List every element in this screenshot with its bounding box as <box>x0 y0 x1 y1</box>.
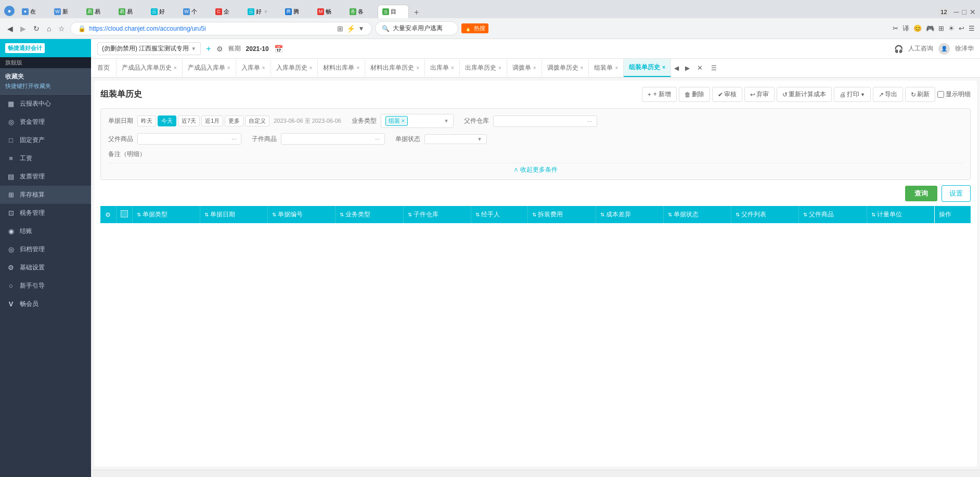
tab-2[interactable]: W 新 <box>50 5 81 18</box>
company-selector[interactable]: (勿删勿禁用) 江西服宝测试专用 ▼ <box>97 42 201 55</box>
th-checkbox[interactable] <box>116 206 132 223</box>
print-button[interactable]: 🖨 打印 ▼ <box>834 87 871 102</box>
page-tab-diaobo-history[interactable]: 调拨单历史 × <box>542 59 589 76</box>
tab-close-12[interactable]: × <box>662 65 665 70</box>
tab-7[interactable]: C 企 <box>211 5 242 18</box>
export-button[interactable]: ↗ 导出 <box>873 87 903 102</box>
sidebar-item-fapiao[interactable]: ▤ 发票管理 <box>0 167 91 186</box>
th-parent-list[interactable]: ⇅父件列表 <box>731 206 799 223</box>
child-goods-more[interactable]: ··· <box>375 135 380 143</box>
tab-8[interactable]: 云 好 × <box>243 5 280 18</box>
scissors-tool[interactable]: ✂ <box>893 24 898 32</box>
more-btn[interactable]: 更多 <box>225 115 243 126</box>
filter-settings-button[interactable]: 设置 <box>942 185 971 202</box>
th-handler[interactable]: ⇅经手人 <box>471 206 528 223</box>
page-tab-chuku[interactable]: 出库单 × <box>425 59 460 76</box>
week-btn[interactable]: 近7天 <box>178 115 200 126</box>
new-tab-button[interactable]: + <box>410 8 423 17</box>
tab-close-11[interactable]: × <box>615 65 618 71</box>
header-checkbox[interactable] <box>121 210 128 217</box>
sun-tool[interactable]: ☀ <box>948 24 955 32</box>
sidebar-item-kucun[interactable]: ⊞ 库存核算 <box>0 186 91 204</box>
th-voucher-date[interactable]: ⇅单据日期 <box>200 206 267 223</box>
sidebar-item-gongzi[interactable]: ≡ 工资 <box>0 149 91 167</box>
child-goods-input[interactable]: ··· <box>281 133 385 145</box>
page-tab-ruku-history[interactable]: 入库单历史 × <box>271 59 318 76</box>
audit-button[interactable]: ✔ 审核 <box>712 87 742 102</box>
tab-4[interactable]: 易 易 <box>114 5 146 18</box>
filter-collapse[interactable]: ∧ 收起更多条件 <box>108 163 963 176</box>
tab-close-5[interactable]: × <box>356 65 359 71</box>
settings-button[interactable]: ⚙ <box>216 45 223 53</box>
parent-warehouse-input[interactable]: ··· <box>493 115 597 127</box>
th-parent-goods[interactable]: ⇅父件商品 <box>799 206 867 223</box>
translate-tool[interactable]: 译 <box>902 24 909 33</box>
add-button[interactable]: + + 新增 <box>642 87 677 102</box>
yesterday-btn[interactable]: 昨天 <box>137 115 156 126</box>
tab-scroll-left[interactable]: ◀ <box>671 61 682 75</box>
tab-11[interactable]: 各 各 <box>345 5 377 18</box>
minimize-icon[interactable]: ─ <box>954 8 959 16</box>
th-unit[interactable]: ⇅计量单位 <box>867 206 934 223</box>
tab-9[interactable]: 腾 腾 <box>281 5 312 18</box>
today-btn[interactable]: 今天 <box>158 115 176 126</box>
page-tab-cailiao-chuku[interactable]: 材料出库单 × <box>318 59 365 76</box>
parent-goods-more[interactable]: ··· <box>231 135 237 143</box>
tab-5[interactable]: 云 好 <box>147 5 178 18</box>
page-tab-ruku[interactable]: 入库单 × <box>236 59 271 76</box>
grid-tool[interactable]: ⊞ <box>938 24 944 32</box>
calendar-icon[interactable]: 📅 <box>274 45 283 53</box>
tab-close-3[interactable]: × <box>262 65 265 71</box>
sidebar-item-shuiwu[interactable]: ⊡ 税务管理 <box>0 204 91 222</box>
business-type-dropdown[interactable]: ▼ <box>444 118 449 124</box>
dropdown-icon[interactable]: ▼ <box>358 25 365 32</box>
forward-button[interactable]: ▶ <box>18 22 28 35</box>
business-type-tag-close[interactable]: × <box>402 118 405 124</box>
tab-12[interactable]: S 目 <box>378 5 409 18</box>
th-voucher-status[interactable]: ⇅单据状态 <box>663 206 731 223</box>
tab-8-close[interactable]: × <box>264 9 267 15</box>
tab-6[interactable]: W 个 <box>179 5 210 18</box>
maximize-icon[interactable]: □ <box>962 8 966 16</box>
page-tab-diaobo[interactable]: 调拨单 × <box>507 59 542 76</box>
bookmark-sub[interactable]: 快捷键打开收藏夹 <box>5 82 86 90</box>
reload-button[interactable]: ↻ <box>31 22 42 35</box>
th-settings[interactable]: ⚙ <box>100 206 116 223</box>
th-voucher-no[interactable]: ⇅单据编号 <box>268 206 336 223</box>
show-detail-checkbox[interactable] <box>937 91 944 98</box>
sidebar-item-xinshou[interactable]: ○ 新手引导 <box>0 277 91 295</box>
home-button[interactable]: ⌂ <box>45 22 53 35</box>
page-tab-zuzhuang[interactable]: 组装单 × <box>589 59 624 76</box>
tab-close-6[interactable]: × <box>416 65 419 71</box>
sidebar-item-gudingzichan[interactable]: □ 固定资产 <box>0 131 91 149</box>
status-dropdown[interactable]: ▼ <box>424 134 487 144</box>
tab-close-4[interactable]: × <box>310 65 313 71</box>
sidebar-item-zijin[interactable]: ◎ 资金管理 <box>0 113 91 131</box>
parent-goods-input[interactable]: ··· <box>137 133 241 145</box>
bookmark-button[interactable]: ☆ <box>56 22 67 35</box>
page-tab-chuku-history[interactable]: 出库单历史 × <box>460 59 507 76</box>
show-detail-checkbox-label[interactable]: 显示明细 <box>937 90 971 99</box>
tab-close-8[interactable]: × <box>498 65 501 71</box>
emoji-tool[interactable]: 😊 <box>913 24 922 32</box>
tab-close-7[interactable]: × <box>451 65 454 71</box>
th-disassembly-fee[interactable]: ⇅拆装费用 <box>528 206 596 223</box>
tab-close-9[interactable]: × <box>533 65 536 71</box>
back-button[interactable]: ◀ <box>5 22 15 35</box>
page-tab-chanchenpin[interactable]: 产成品入库单 × <box>183 59 236 76</box>
tab-scroll-right[interactable]: ▶ <box>682 61 693 75</box>
th-cost-diff[interactable]: ⇅成本差异 <box>596 206 663 223</box>
month-btn[interactable]: 近1月 <box>201 115 223 126</box>
menu-tool[interactable]: ☰ <box>969 24 975 32</box>
sidebar-item-yunbaobiao[interactable]: ▦ 云报表中心 <box>0 95 91 113</box>
tab-close-2[interactable]: × <box>227 65 230 71</box>
query-button[interactable]: 查询 <box>905 186 937 201</box>
undo-tool[interactable]: ↩ <box>959 24 964 32</box>
custom-btn[interactable]: 自定义 <box>245 115 269 126</box>
address-bar[interactable]: 🔒 https://cloud.chanjet.com/accounting/u… <box>70 22 372 35</box>
tab-menu-icon[interactable]: ☰ <box>707 61 721 75</box>
th-voucher-type[interactable]: ⇅单据类型 <box>132 206 200 223</box>
page-tab-zuzhuang-history[interactable]: 组装单历史 × <box>624 59 671 77</box>
tab-close-all[interactable]: ✕ <box>693 61 707 75</box>
page-tab-cailiao-chuku-history[interactable]: 材料出库单历史 × <box>365 59 425 76</box>
